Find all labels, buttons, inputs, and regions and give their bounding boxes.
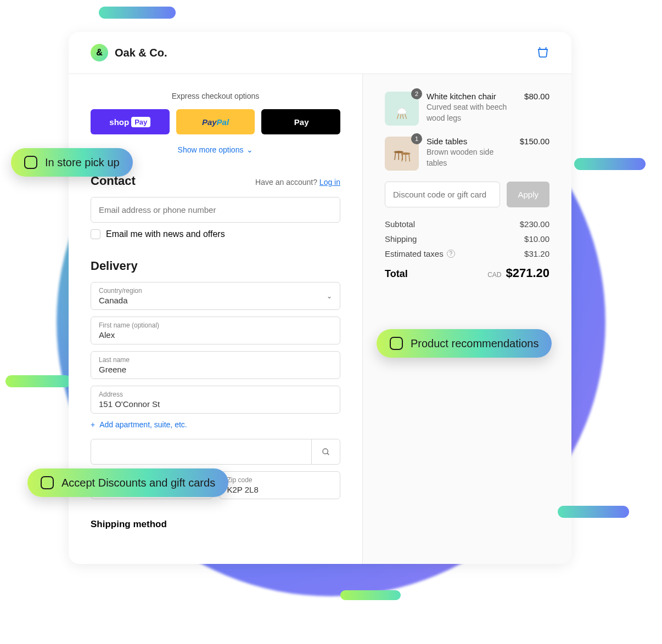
order-summary: 2 White kitchen chair Curved seat with b… (363, 74, 571, 564)
total-currency: CAD (487, 271, 501, 279)
total-row: Total CAD $271.20 (385, 266, 549, 280)
feature-pill-pickup: In store pick up (11, 148, 133, 177)
shipping-row: Shipping $10.00 (385, 234, 549, 244)
subtotal-row: Subtotal $230.00 (385, 219, 549, 229)
plus-icon: + (91, 420, 95, 429)
show-more-label: Show more options (178, 145, 244, 154)
qty-badge: 2 (411, 88, 422, 99)
country-field[interactable]: Country/region Canada ⌄ (91, 282, 340, 310)
item-title: Side tables (427, 137, 512, 146)
discount-input[interactable] (385, 182, 500, 207)
newsletter-row[interactable]: Email me with news and offers (91, 229, 340, 239)
tax-value: $31.20 (524, 249, 549, 258)
shipping-method-title: Shipping method (91, 519, 340, 530)
subtotal-label: Subtotal (385, 219, 415, 229)
product-thumb: 1 (385, 137, 419, 171)
apply-button[interactable]: Apply (507, 182, 549, 207)
feature-pill-discounts: Accept Discounts and gift cards (27, 468, 228, 497)
discount-row: Apply (385, 182, 549, 207)
zip-label: Zip code (227, 476, 253, 484)
first-name-label: First name (optional) (99, 321, 159, 329)
pill-label: Accept Discounts and gift cards (61, 477, 215, 489)
country-label: Country/region (99, 287, 142, 295)
product-thumb: 2 (385, 92, 419, 126)
cart-icon[interactable] (536, 46, 549, 59)
brand[interactable]: & Oak & Co. (91, 44, 167, 61)
svg-line-3 (405, 114, 407, 119)
cart-item: 1 Side tables Brown wooden side tables $… (385, 137, 549, 171)
total-label: Total (385, 268, 408, 280)
search-button[interactable] (311, 439, 340, 464)
add-apartment-link[interactable]: + Add apartment, suite, etc. (91, 420, 340, 429)
address-field: Address (91, 386, 340, 414)
zip-field: Zip code (219, 471, 341, 499)
checkbox-icon (41, 476, 54, 489)
checkbox-icon (390, 337, 403, 350)
svg-line-12 (409, 154, 409, 161)
decorative-blob (99, 7, 176, 19)
delivery-title: Delivery (91, 259, 138, 273)
paypal-button[interactable]: PayPal (176, 109, 255, 134)
feature-pill-recommendations: Product recommendations (377, 329, 552, 358)
svg-point-0 (323, 449, 328, 454)
brand-name: Oak & Co. (115, 47, 167, 59)
address-input[interactable] (91, 386, 340, 413)
discount-field (385, 182, 500, 207)
last-name-label: Last name (99, 356, 130, 364)
shop-pay-button[interactable]: shopPay (91, 109, 170, 134)
brand-logo-icon: & (91, 44, 108, 61)
svg-line-4 (400, 114, 401, 119)
newsletter-checkbox[interactable] (91, 229, 100, 239)
shipping-value: $10.00 (524, 234, 549, 244)
apple-pay-button[interactable]: Pay (261, 109, 340, 134)
header: & Oak & Co. (69, 32, 571, 74)
help-icon[interactable]: ? (447, 250, 455, 258)
email-input[interactable] (91, 197, 340, 222)
first-name-field: First name (optional) (91, 317, 340, 344)
svg-line-5 (402, 114, 403, 119)
subtotal-value: $230.00 (520, 219, 549, 229)
last-name-field: Last name (91, 351, 340, 379)
item-subtitle: Brown wooden side tables (427, 147, 512, 168)
pill-label: In store pick up (45, 156, 120, 169)
item-title: White kitchen chair (427, 92, 517, 101)
express-pay-row: shopPay PayPal Pay (91, 109, 340, 134)
decorative-blob (558, 506, 629, 518)
svg-line-2 (397, 114, 399, 119)
total-amount: $271.20 (506, 266, 549, 280)
cart-item: 2 White kitchen chair Curved seat with b… (385, 92, 549, 126)
decorative-blob (340, 590, 401, 600)
item-price: $150.00 (520, 137, 549, 146)
login-link[interactable]: Log in (319, 178, 340, 187)
pill-label: Product recommendations (411, 337, 538, 350)
chevron-down-icon: ⌄ (246, 145, 253, 154)
chair-icon (389, 96, 414, 121)
qty-badge: 1 (411, 133, 422, 144)
tax-row: Estimated taxes ? $31.20 (385, 249, 549, 258)
chevron-down-icon: ⌄ (327, 292, 332, 300)
tax-label: Estimated taxes (385, 249, 444, 258)
svg-line-7 (395, 153, 395, 160)
city-input[interactable] (91, 439, 340, 464)
item-subtitle: Curved seat with beech wood legs (427, 102, 517, 123)
express-checkout-title: Express checkout options (91, 92, 340, 100)
address-label: Address (99, 391, 123, 398)
newsletter-label: Email me with news and offers (106, 229, 225, 239)
email-field-wrap (91, 197, 340, 223)
decorative-blob (5, 375, 71, 387)
decorative-blob (574, 158, 646, 170)
table-icon (389, 141, 414, 166)
account-prompt: Have an account? Log in (255, 178, 340, 187)
svg-line-1 (327, 453, 329, 455)
item-price: $80.00 (524, 92, 549, 101)
add-apartment-label: Add apartment, suite, etc. (99, 420, 187, 429)
checkbox-icon (24, 156, 37, 169)
shipping-label: Shipping (385, 234, 417, 244)
city-search-field (91, 439, 340, 465)
